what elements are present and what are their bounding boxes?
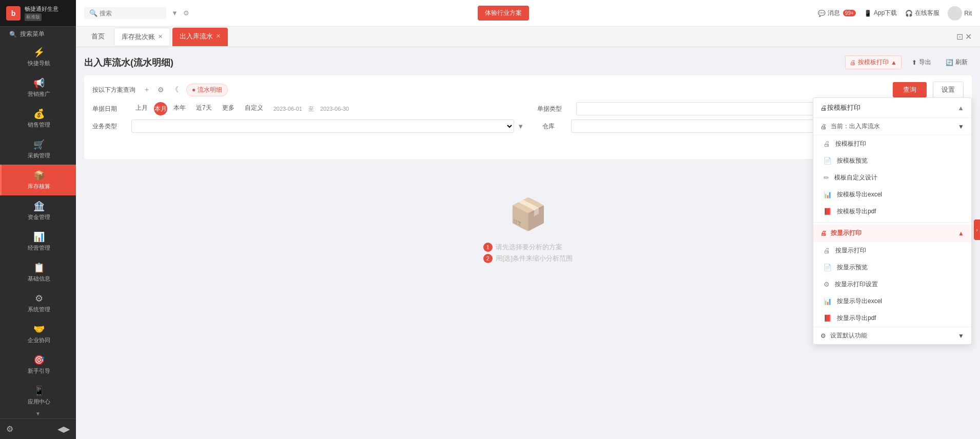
sidebar-item-beginner[interactable]: 🎯 新手引导 [0,349,76,380]
sidebar-item-enterprise[interactable]: 🤝 企业协同 [0,318,76,349]
app-download-btn[interactable]: 📱 App下载 [864,9,897,17]
user-avatar-area[interactable]: Rit [948,6,972,21]
date-this-month[interactable]: 本月 [154,102,167,115]
header-dropdown-icon[interactable]: ▼ [171,9,178,17]
header-right: 💬 消息 99+ 📱 App下载 🎧 在线客服 Rit [818,6,972,21]
date-buttons: 上月 本月 本年 近7天 更多 自定义 [131,102,267,115]
dropdown-template-export-pdf[interactable]: 📕 按模板导出pdf [813,203,971,220]
filter-section-label: 按以下方案查询 [92,86,135,94]
date-more[interactable]: 更多 [218,102,239,115]
dropdown-footer[interactable]: ⚙ 设置默认功能 ▼ [813,327,971,344]
tab-batch-account[interactable]: 库存批次账 ✕ [114,28,170,46]
logo-icon: b [6,6,21,21]
display-print-section-header[interactable]: 🖨 按显示打印 ▲ [813,225,971,242]
date-range-end: 2023-06-30 [320,106,349,112]
current-template-arrow: ▼ [958,123,964,130]
app-name: 畅捷通好生意 [25,5,58,12]
tag-icon: ● [192,86,195,93]
sidebar-item-inventory[interactable]: 📦 库存核算 [0,165,76,195]
sales-icon: 💰 [33,108,45,119]
header-search-container: 🔍 [84,7,166,19]
dropdown-display-print-settings[interactable]: ⚙ 按显示打印设置 [813,276,971,293]
template-print-dropdown: 🖨 按模板打印 ▲ 🖨 当前：出入库流水 ▼ 🖨 按模板打印 📄 按模板预览 ✏… [813,97,972,345]
tab-in-out-flow-close[interactable]: ✕ [216,33,221,39]
page-title: 出入库流水(流水明细) [84,56,173,69]
filter-settings-icon[interactable]: ⚙ [156,84,166,95]
settings-gear-icon[interactable]: ⚙ [6,424,13,434]
dropdown-template-custom[interactable]: ✏ 模板自定义设计 [813,169,971,186]
sidebar-item-system[interactable]: ⚙ 系统管理 [0,288,76,318]
refresh-btn[interactable]: 🔄 刷新 [942,56,972,69]
sidebar-item-finance[interactable]: 🏦 资金管理 [0,195,76,226]
header-search-input[interactable] [100,10,161,17]
date-last-month[interactable]: 上月 [131,102,152,115]
user-avatar [948,6,962,21]
sidebar-search-label: 搜索菜单 [20,30,45,38]
date-label: 单据日期 [92,105,123,113]
query-button[interactable]: 查询 [893,82,927,97]
display-excel-icon: 📊 [824,297,832,305]
message-btn[interactable]: 💬 消息 99+ [818,9,856,17]
sidebar-item-basic-info[interactable]: 📋 基础信息 [0,257,76,288]
sidebar-collapse-icon[interactable]: ◀▶ [57,424,70,434]
dropdown-title: 按模板打印 [827,103,860,112]
close-all-icon[interactable]: ✕ [965,32,972,42]
empty-tips: 1 请先选择要分析的方案 2 用[选]条件来缩小分析范围 [483,241,573,265]
date-last-7-days[interactable]: 近7天 [192,102,216,115]
template-preview-icon: 📄 [824,157,832,165]
marketing-icon: 📢 [33,77,45,89]
current-template-icon: 🖨 [820,123,827,130]
print-icon: 🖨 [850,59,856,66]
industry-btn[interactable]: 体验行业方案 [478,6,529,21]
settings-button[interactable]: 设置 [933,82,964,98]
template-pdf-icon: 📕 [824,208,832,215]
filter-add-row: 按以下方案查询 ＋ ⚙ 《 ● 流水明细 查询 设置 [92,82,964,98]
tab-in-out-flow[interactable]: 出入库流水 ✕ [172,28,228,46]
page-actions: 🖨 按模板打印 ▲ ⬆ 导出 🔄 刷新 [845,55,972,69]
export-btn[interactable]: ⬆ 导出 [908,56,935,69]
date-custom[interactable]: 自定义 [241,102,267,115]
tab-home[interactable]: 首页 [84,28,112,46]
message-icon: 💬 [818,10,826,17]
filter-tag[interactable]: ● 流水明细 [186,84,228,96]
sidebar-item-sales[interactable]: 💰 销售管理 [0,103,76,134]
date-filter-group: 上月 本月 本年 近7天 更多 自定义 2023-06-01 至 2023-06… [131,102,519,115]
header-left: 🔍 ▼ ⚙ [84,7,189,19]
dropdown-display-print[interactable]: 🖨 按显示打印 [813,242,971,259]
dropdown-display-export-pdf[interactable]: 📕 按显示导出pdf [813,310,971,327]
dropdown-template-print[interactable]: 🖨 按模板打印 [813,135,971,152]
dropdown-collapse-icon[interactable]: ▲ [957,104,964,112]
right-expand-tab[interactable]: › [974,220,980,240]
online-service-btn[interactable]: 🎧 在线客服 [905,9,939,17]
dropdown-template-preview[interactable]: 📄 按模板预览 [813,152,971,169]
sidebar-item-app-center[interactable]: 📱 应用中心 [0,380,76,409]
app-download-icon: 📱 [864,10,872,17]
sidebar-item-operations[interactable]: 📊 经营管理 [0,226,76,257]
business-dropdown-icon[interactable]: ▼ [517,123,524,130]
template-excel-icon: 📊 [824,191,832,198]
filter-collapse-icon[interactable]: 《 [170,84,180,96]
app-center-icon: 📱 [33,385,45,396]
sidebar-item-marketing[interactable]: 📢 营销推广 [0,72,76,103]
tab-batch-account-close[interactable]: ✕ [158,33,163,40]
sidebar: b 畅捷通好生意 标准版 🔍 搜索菜单 ⚡ 快捷导航 📢 营销推广 💰 销售管理… [0,0,76,439]
dropdown-template-export-excel[interactable]: 📊 按模板导出excel [813,186,971,203]
sidebar-scroll-down[interactable]: ▼ [0,409,76,418]
display-print-collapse-icon[interactable]: ▲ [958,230,964,237]
sidebar-search[interactable]: 🔍 搜索菜单 [0,27,76,42]
purchase-icon: 🛒 [33,139,45,150]
template-print-btn[interactable]: 🖨 按模板打印 ▲ [845,55,901,69]
header-search-icon: 🔍 [89,9,97,17]
business-type-select[interactable] [131,119,514,133]
date-this-year[interactable]: 本年 [169,102,190,115]
header-settings-icon[interactable]: ⚙ [183,9,189,17]
basic-info-icon: 📋 [33,262,45,273]
page-content: 出入库流水(流水明细) 🖨 按模板打印 ▲ ⬆ 导出 🔄 刷新 [76,47,980,439]
settings-default-icon: ⚙ [820,332,826,340]
expand-icon[interactable]: ⊡ [956,32,963,42]
dropdown-display-preview[interactable]: 📄 按显示预览 [813,259,971,276]
add-filter-btn[interactable]: ＋ [142,84,152,96]
sidebar-item-purchase[interactable]: 🛒 采购管理 [0,134,76,165]
dropdown-display-export-excel[interactable]: 📊 按显示导出excel [813,293,971,310]
sidebar-item-quick-nav[interactable]: ⚡ 快捷导航 [0,42,76,72]
